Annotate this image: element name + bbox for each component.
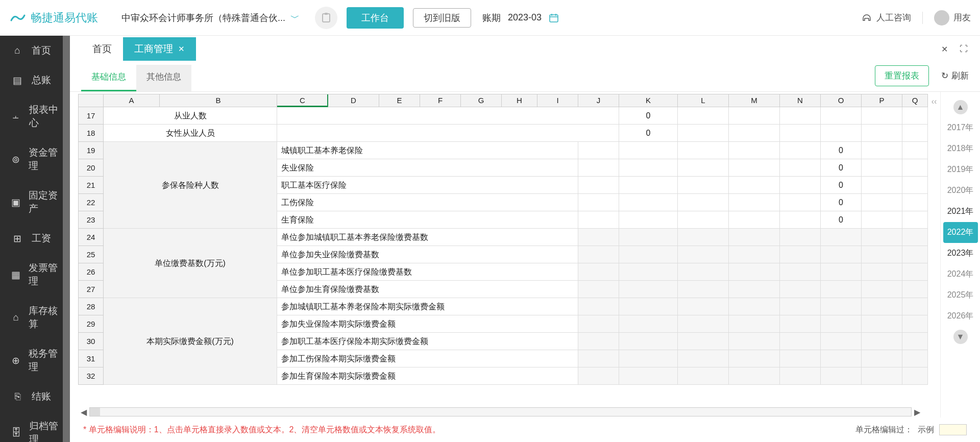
cell[interactable]: 城镇职工基本养老保险: [277, 142, 578, 159]
cell[interactable]: [862, 229, 902, 246]
cell[interactable]: [678, 263, 729, 281]
cell[interactable]: [678, 229, 729, 246]
cell[interactable]: [678, 350, 729, 367]
col-header-C[interactable]: C: [277, 94, 328, 107]
cell[interactable]: 0: [619, 125, 678, 142]
year-option[interactable]: 2024年: [943, 264, 978, 285]
cell[interactable]: [902, 298, 928, 315]
cell[interactable]: [780, 246, 821, 263]
sidebar-item-7[interactable]: ⌂库存核算: [0, 296, 70, 339]
cell[interactable]: [729, 298, 780, 315]
cell[interactable]: [821, 246, 862, 263]
sidebar-item-3[interactable]: ⊚资金管理: [0, 138, 70, 181]
cell[interactable]: [902, 194, 928, 211]
cell[interactable]: [780, 211, 821, 229]
cell[interactable]: [780, 315, 821, 333]
year-option[interactable]: 2019年: [943, 159, 978, 180]
cell[interactable]: 0: [619, 107, 678, 125]
cell[interactable]: [780, 281, 821, 298]
cell[interactable]: [277, 125, 619, 142]
cell[interactable]: [821, 263, 862, 281]
col-header-Q[interactable]: Q: [902, 94, 928, 107]
cell[interactable]: [729, 333, 780, 350]
scroll-track[interactable]: [89, 407, 912, 416]
cell[interactable]: [780, 350, 821, 367]
col-header-E[interactable]: E: [379, 94, 420, 107]
row-header[interactable]: 27: [78, 281, 104, 298]
cell[interactable]: [780, 142, 821, 159]
cell[interactable]: [902, 229, 928, 246]
cell[interactable]: [678, 315, 729, 333]
col-header-L[interactable]: L: [678, 94, 729, 107]
year-option[interactable]: 2017年: [943, 117, 978, 138]
sidebar-item-9[interactable]: ⎘结账: [0, 382, 70, 411]
row-header[interactable]: 31: [78, 350, 104, 367]
cell[interactable]: [729, 142, 780, 159]
cell[interactable]: [619, 194, 678, 211]
cell[interactable]: [729, 315, 780, 333]
year-option[interactable]: 2022年: [943, 222, 978, 243]
refresh-button[interactable]: ↻ 刷新: [941, 70, 969, 82]
cell[interactable]: [902, 263, 928, 281]
cell[interactable]: 失业保险: [277, 159, 578, 177]
cell[interactable]: [678, 333, 729, 350]
cell[interactable]: [678, 107, 729, 125]
cell[interactable]: [780, 229, 821, 246]
spreadsheet[interactable]: ABCDEFGHIJKLMNOPQ 17从业人数018女性从业人员019参保各险…: [70, 92, 928, 418]
cell[interactable]: 女性从业人员: [104, 125, 277, 142]
cell[interactable]: [821, 125, 862, 142]
col-header-F[interactable]: F: [420, 94, 461, 107]
row-header[interactable]: 25: [78, 246, 104, 263]
org-selector[interactable]: 中审众环会计师事务所（特殊普通合伙... ﹀: [121, 12, 300, 24]
row-header[interactable]: 22: [78, 194, 104, 211]
switch-old-button[interactable]: 切到旧版: [413, 8, 471, 28]
grid-body[interactable]: 17从业人数018女性从业人员019参保各险种人数城镇职工基本养老保险020失业…: [78, 107, 928, 406]
cell[interactable]: 单位参加失业保险缴费基数: [277, 246, 578, 263]
cell[interactable]: [862, 194, 902, 211]
cell[interactable]: [578, 229, 619, 246]
support-link[interactable]: 人工咨询: [861, 12, 911, 23]
cell[interactable]: 生育保险: [277, 211, 578, 229]
year-option[interactable]: 2021年: [943, 201, 978, 222]
cell[interactable]: [902, 246, 928, 263]
group-cell[interactable]: 本期实际缴费金额(万元): [104, 298, 277, 385]
cell[interactable]: [277, 107, 619, 125]
sub-tab-1[interactable]: 其他信息: [136, 65, 191, 91]
cell[interactable]: [619, 142, 678, 159]
cell[interactable]: 参加生育保险本期实际缴费金额: [277, 367, 578, 385]
cell[interactable]: [729, 263, 780, 281]
cell[interactable]: [619, 367, 678, 385]
page-tab-1[interactable]: 工商管理✕: [123, 37, 196, 61]
cell[interactable]: [619, 159, 678, 177]
cell[interactable]: [619, 298, 678, 315]
cell[interactable]: [902, 211, 928, 229]
cell[interactable]: [780, 159, 821, 177]
row-header[interactable]: 18: [78, 125, 104, 142]
cell[interactable]: [902, 159, 928, 177]
cell[interactable]: [619, 229, 678, 246]
cell[interactable]: [780, 107, 821, 125]
year-option[interactable]: 2018年: [943, 138, 978, 159]
cell[interactable]: 从业人数: [104, 107, 277, 125]
sub-tab-0[interactable]: 基础信息: [81, 65, 136, 91]
year-option[interactable]: 2025年: [943, 285, 978, 306]
cell[interactable]: [678, 211, 729, 229]
cell[interactable]: 0: [821, 142, 862, 159]
cell[interactable]: [862, 263, 902, 281]
cell[interactable]: [862, 177, 902, 194]
col-header-K[interactable]: K: [619, 94, 678, 107]
cell[interactable]: [862, 142, 902, 159]
close-tab-icon[interactable]: ✕: [941, 44, 952, 54]
cell[interactable]: [678, 298, 729, 315]
sidebar-item-10[interactable]: 🗄归档管理: [0, 411, 70, 442]
cell[interactable]: [821, 367, 862, 385]
cell[interactable]: [678, 194, 729, 211]
cell[interactable]: [780, 177, 821, 194]
cell[interactable]: [578, 211, 619, 229]
cell[interactable]: [821, 350, 862, 367]
sidebar-item-4[interactable]: ▣固定资产: [0, 181, 70, 224]
cell[interactable]: [729, 229, 780, 246]
sidebar-item-1[interactable]: ▤总账: [0, 65, 70, 95]
cell[interactable]: [862, 246, 902, 263]
col-header-P[interactable]: P: [862, 94, 902, 107]
